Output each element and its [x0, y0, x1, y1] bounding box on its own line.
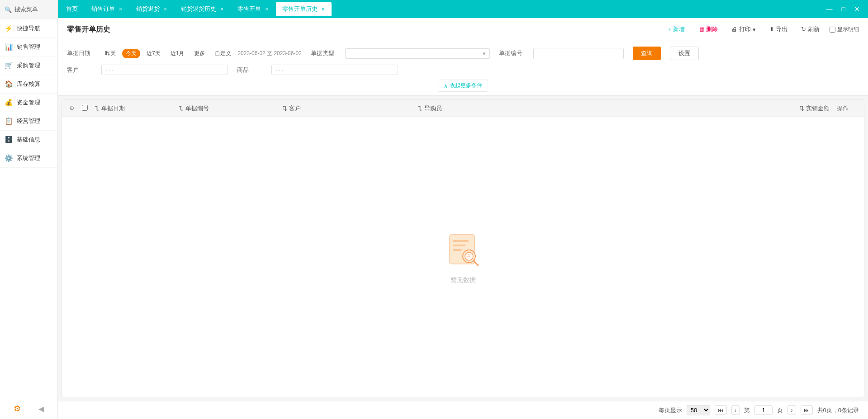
sidebar-item-purchase[interactable]: 🛒 采购管理	[0, 56, 57, 75]
display-detail-toggle[interactable]: 显示明细	[830, 26, 859, 33]
date-more-btn[interactable]: 更多	[190, 49, 209, 58]
tab-sales-order-label: 销售订单	[91, 5, 115, 13]
empty-state: 暂无数据	[62, 117, 864, 397]
sidebar-nav-label: 快捷导航	[17, 24, 40, 33]
page-size-select[interactable]: 50 10 20 100	[687, 405, 710, 415]
select-all-checkbox[interactable]	[82, 105, 88, 111]
delete-button[interactable]: 🗑 删除	[695, 24, 722, 35]
tab-return[interactable]: 销货退货 ✕	[130, 2, 174, 16]
goods-select[interactable]: ···	[271, 65, 398, 75]
sidebar-finance-label: 资金管理	[17, 99, 40, 107]
filter-actions-row: ∧ 收起更多条件	[67, 80, 859, 92]
display-detail-checkbox[interactable]	[830, 27, 835, 33]
date-custom-btn[interactable]: 自定义	[211, 49, 235, 58]
page-next-btn[interactable]: ›	[787, 405, 796, 415]
tab-retail[interactable]: 零售开单 ✕	[231, 2, 275, 16]
sidebar-item-nav[interactable]: ⚡ 快捷导航	[0, 19, 57, 38]
print-button[interactable]: 🖨 打印 ▾	[728, 24, 759, 35]
date-last7-btn[interactable]: 近7天	[143, 49, 164, 58]
per-page-label: 每页显示	[659, 406, 682, 414]
minimize-btn[interactable]: —	[824, 5, 835, 14]
sort-icon-amount[interactable]: ⇅	[799, 105, 804, 112]
tab-retail-history-close[interactable]: ✕	[321, 6, 325, 12]
print-label: 🖨 打印	[731, 25, 751, 33]
type-select[interactable]: ▾	[345, 48, 490, 59]
sidebar-inventory-label: 库存核算	[17, 80, 40, 88]
date-yesterday-btn[interactable]: 昨天	[101, 49, 119, 58]
sidebar-search[interactable]: 🔍 搜索菜单	[0, 0, 57, 19]
filter-row-1: 单据日期 昨天 今天 近7天 近1月 更多 自定义 2023-06-02 至 2…	[67, 47, 859, 60]
add-button[interactable]: + 新增	[664, 24, 688, 35]
page-last-btn[interactable]: ⏭	[801, 405, 813, 415]
main-area: 首页 销售订单 ✕ 销货退货 ✕ 销货退货历史 ✕ 零售开单 ✕ 零售开单历史 …	[58, 0, 868, 419]
sidebar-item-inventory[interactable]: 🏠 库存核算	[0, 75, 57, 94]
sidebar-purchase-label: 采购管理	[17, 61, 40, 70]
sidebar-item-base[interactable]: 🗄️ 基础信息	[0, 131, 57, 149]
refresh-button[interactable]: ↻ 刷新	[797, 24, 823, 35]
tab-sales-order-close[interactable]: ✕	[119, 6, 123, 12]
date-today-btn[interactable]: 今天	[122, 49, 140, 58]
print-arrow-icon: ▾	[753, 26, 756, 33]
sidebar-operations-label: 经营管理	[17, 117, 40, 125]
page-label: 第	[744, 406, 750, 414]
tab-retail-history[interactable]: 零售开单历史 ✕	[276, 2, 332, 16]
th-action: 操作	[833, 104, 860, 113]
table-select-all[interactable]	[78, 105, 91, 112]
page-prev-btn[interactable]: ‹	[731, 405, 740, 415]
tab-home[interactable]: 首页	[60, 2, 84, 16]
svg-point-5	[465, 252, 473, 260]
type-filter-label: 单据类型	[311, 49, 336, 57]
sidebar-item-operations[interactable]: 📋 经营管理	[0, 112, 57, 131]
goods-dots: ···	[275, 66, 285, 73]
settings-button[interactable]: 设置	[670, 47, 699, 60]
date-last-month-btn[interactable]: 近1月	[167, 49, 188, 58]
sidebar-item-finance[interactable]: 💰 资金管理	[0, 94, 57, 112]
sort-icon-customer[interactable]: ⇅	[282, 105, 287, 112]
sort-icon-date[interactable]: ⇅	[95, 105, 100, 112]
sn-input[interactable]	[533, 48, 624, 59]
date-shortcuts: 昨天 今天 近7天 近1月 更多 自定义 2023-06-02 至 2023-0…	[101, 49, 302, 58]
filter-row-2: 客户 ··· 商品 ···	[67, 65, 859, 75]
sidebar-collapse-icon[interactable]: ◀	[38, 405, 44, 413]
sidebar-item-system[interactable]: ⚙️ 系统管理	[0, 149, 57, 168]
customer-select[interactable]: ···	[101, 65, 228, 75]
sort-icon-guide[interactable]: ⇅	[417, 105, 422, 112]
system-icon: ⚙️	[5, 154, 13, 162]
sidebar-item-sales[interactable]: 📊 销售管理	[0, 38, 57, 56]
th-amount: ⇅ 实销金额	[749, 104, 833, 113]
content-area: 零售开单历史 + 新增 🗑 删除 🖨 打印 ▾ ⬆ 导出 ↻ 刷新 显示明细	[58, 18, 868, 419]
page-first-btn[interactable]: ⏮	[715, 405, 727, 415]
page-summary: 共0页，0条记录	[817, 406, 859, 414]
query-button[interactable]: 查询	[633, 47, 661, 60]
tab-sales-order[interactable]: 销售订单 ✕	[85, 2, 129, 16]
collapse-btn[interactable]: ∧ 收起更多条件	[438, 80, 488, 92]
type-arrow-icon: ▾	[483, 50, 486, 57]
page-input[interactable]	[754, 405, 773, 415]
close-btn[interactable]: ✕	[852, 5, 863, 14]
tab-return-label: 销货退货	[136, 5, 160, 13]
sidebar-system-label: 系统管理	[17, 154, 40, 162]
tab-return-history[interactable]: 销货退货历史 ✕	[175, 2, 230, 16]
sidebar-settings-icon[interactable]: ⚙	[14, 404, 21, 414]
inventory-icon: 🏠	[5, 80, 13, 88]
customer-dots: ···	[105, 66, 114, 73]
sidebar-bottom: ⚙ ◀	[0, 398, 57, 419]
window-controls: — □ ✕	[824, 5, 866, 14]
table-settings-icon[interactable]: ⚙	[66, 105, 78, 112]
table-header-row: ⚙ ⇅ 单据日期 ⇅ 单据编号 ⇅ 客户 ⇅ 导购员	[62, 100, 864, 117]
tab-return-close[interactable]: ✕	[163, 6, 167, 12]
goods-filter-label: 商品	[237, 66, 262, 74]
maximize-btn[interactable]: □	[839, 5, 848, 14]
sort-icon-sn[interactable]: ⇅	[179, 105, 184, 112]
tab-retail-close[interactable]: ✕	[265, 6, 269, 12]
page-header: 零售开单历史 + 新增 🗑 删除 🖨 打印 ▾ ⬆ 导出 ↻ 刷新 显示明细	[58, 18, 868, 41]
sidebar-sales-label: 销售管理	[17, 43, 40, 51]
base-icon: 🗄️	[5, 136, 13, 144]
search-icon: 🔍	[5, 6, 12, 13]
tab-return-history-close[interactable]: ✕	[220, 6, 224, 12]
sidebar-search-label: 搜索菜单	[14, 5, 38, 14]
th-date: ⇅ 单据日期	[91, 104, 175, 113]
display-detail-label-text: 显示明细	[837, 26, 859, 33]
toolbar: + 新增 🗑 删除 🖨 打印 ▾ ⬆ 导出 ↻ 刷新 显示明细	[664, 24, 859, 35]
export-button[interactable]: ⬆ 导出	[766, 24, 792, 35]
